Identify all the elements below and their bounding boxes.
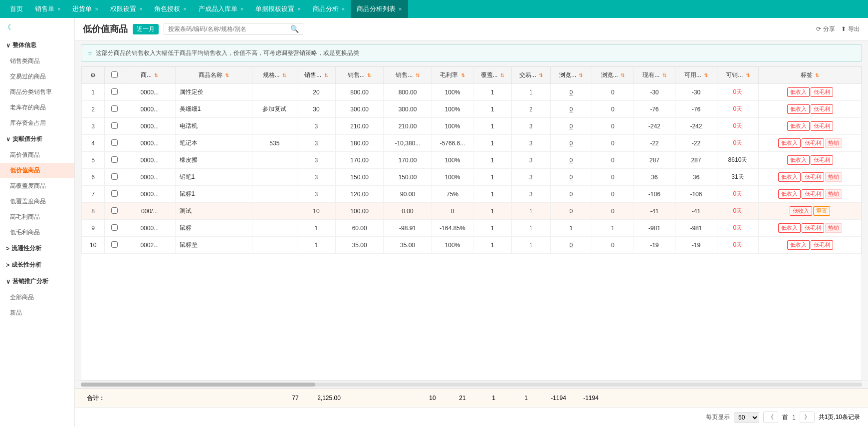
sidebar-group-overall[interactable]: ∨ 整体信息 <box>0 37 74 53</box>
row-check[interactable] <box>105 135 124 152</box>
row-checkbox-3[interactable] <box>111 139 118 146</box>
horizontal-scrollbar[interactable] <box>75 381 868 388</box>
col-header-avail[interactable]: 可用... ⇅ <box>675 67 717 84</box>
select-all-checkbox[interactable] <box>111 71 118 78</box>
col-header-settings[interactable]: ⚙ <box>82 67 105 84</box>
row-check[interactable] <box>105 169 124 186</box>
share-button[interactable]: ⟳ 分享 <box>816 25 835 33</box>
next-page-btn[interactable]: 》 <box>800 412 815 423</box>
sidebar-item-category-sales[interactable]: 商品分类销售率 <box>0 84 74 100</box>
sidebar-item-high-margin[interactable]: 高毛利商品 <box>0 209 74 225</box>
row-checkbox-0[interactable] <box>111 88 118 95</box>
nav-permission[interactable]: 权限设置 × <box>104 0 148 18</box>
row-check[interactable] <box>105 84 124 101</box>
view1-link[interactable]: 0 <box>569 157 573 164</box>
view1-link[interactable]: 0 <box>569 242 573 249</box>
row-check[interactable] <box>105 237 124 254</box>
sidebar-item-all-goods[interactable]: 全部商品 <box>0 290 74 305</box>
sidebar-item-sales-goods[interactable]: 销售类商品 <box>0 53 74 69</box>
sidebar-group-growth[interactable]: > 成长性分析 <box>0 257 74 273</box>
col-header-name[interactable]: 商品名称 ⇅ <box>175 67 252 84</box>
view1-link[interactable]: 0 <box>569 208 573 215</box>
row-check[interactable] <box>105 101 124 118</box>
col-header-view2[interactable]: 浏览... ⇅ <box>592 67 634 84</box>
view1-link[interactable]: 0 <box>569 174 573 181</box>
row-view1[interactable]: 0 <box>550 169 592 186</box>
row-checkbox-5[interactable] <box>111 173 118 180</box>
row-checkbox-4[interactable] <box>111 156 118 163</box>
row-checkbox-1[interactable] <box>111 105 118 112</box>
view1-link[interactable]: 1 <box>569 225 573 232</box>
nav-sales-close[interactable]: × <box>57 6 60 12</box>
row-check[interactable] <box>105 220 124 237</box>
sidebar-item-old-inventory[interactable]: 老库存的商品 <box>0 100 74 115</box>
sidebar-item-low-margin[interactable]: 低毛利商品 <box>0 225 74 240</box>
row-checkbox-9[interactable] <box>111 241 118 248</box>
export-button[interactable]: ⬆ 导出 <box>841 25 860 33</box>
nav-role[interactable]: 角色授权 × <box>148 0 192 18</box>
search-icon[interactable]: 🔍 <box>290 25 299 33</box>
col-header-trade[interactable]: 交易... ⇅ <box>512 67 550 84</box>
row-view1[interactable]: 0 <box>550 186 592 203</box>
row-check[interactable] <box>105 152 124 169</box>
nav-analysis-list[interactable]: 商品分析列表 × <box>351 0 408 18</box>
sidebar-item-low-coverage[interactable]: 低覆盖度商品 <box>0 194 74 209</box>
sidebar-item-high-value[interactable]: 高价值商品 <box>0 147 74 163</box>
page-size-select[interactable]: 50 100 200 <box>734 412 759 423</box>
sidebar-item-capital-ratio[interactable]: 库存资金占用 <box>0 115 74 131</box>
recent-badge[interactable]: 近一月 <box>133 24 159 34</box>
sidebar-item-low-value[interactable]: 低价值商品 <box>0 163 74 178</box>
row-view1[interactable]: 0 <box>550 118 592 135</box>
nav-home[interactable]: 首页 <box>4 0 29 18</box>
search-input[interactable] <box>168 25 290 32</box>
nav-purchase[interactable]: 进货单 × <box>66 0 104 18</box>
row-view1[interactable]: 0 <box>550 101 592 118</box>
view1-link[interactable]: 0 <box>569 140 573 147</box>
view1-link[interactable]: 0 <box>569 191 573 198</box>
row-check[interactable] <box>105 118 124 135</box>
col-header-check[interactable] <box>105 67 124 84</box>
row-check[interactable] <box>105 186 124 203</box>
sidebar-group-circulation[interactable]: > 流通性分析 <box>0 240 74 257</box>
row-view1[interactable]: 0 <box>550 203 592 220</box>
row-view1[interactable]: 0 <box>550 84 592 101</box>
col-header-tag[interactable]: 标签 ⇅ <box>759 67 862 84</box>
row-view1[interactable]: 0 <box>550 152 592 169</box>
col-header-sal3[interactable]: 销售... ⇅ <box>384 67 432 84</box>
sidebar-collapse-btn[interactable]: 《 <box>2 22 13 33</box>
nav-analysis[interactable]: 商品分析 × <box>307 0 351 18</box>
row-view1[interactable]: 0 <box>550 237 592 254</box>
col-header-code[interactable]: 商... ⇅ <box>124 67 175 84</box>
row-view1[interactable]: 0 <box>550 135 592 152</box>
sidebar-item-high-coverage[interactable]: 高覆盖度商品 <box>0 178 74 194</box>
nav-product-warehouse-close[interactable]: × <box>240 6 243 12</box>
row-checkbox-2[interactable] <box>111 122 118 129</box>
sidebar-item-traded-goods[interactable]: 交易过的商品 <box>0 69 74 84</box>
row-check[interactable] <box>105 203 124 220</box>
col-header-sal2[interactable]: 销售... ⇅ <box>335 67 383 84</box>
col-header-sal1[interactable]: 销售... ⇅ <box>297 67 335 84</box>
nav-template[interactable]: 单据模板设置 × <box>249 0 306 18</box>
view1-link[interactable]: 0 <box>569 123 573 130</box>
col-header-cur[interactable]: 现有... ⇅ <box>634 67 675 84</box>
first-page-btn[interactable]: 《 <box>763 412 778 423</box>
view1-link[interactable]: 0 <box>569 106 573 113</box>
nav-product-warehouse[interactable]: 产成品入库单 × <box>193 0 249 18</box>
nav-permission-close[interactable]: × <box>139 6 142 12</box>
col-header-cover[interactable]: 覆盖... ⇅ <box>473 67 512 84</box>
col-header-view1[interactable]: 浏览... ⇅ <box>550 67 592 84</box>
sidebar-group-contribution[interactable]: ∨ 贡献值分析 <box>0 131 74 147</box>
nav-analysis-close[interactable]: × <box>342 6 345 12</box>
col-header-sell[interactable]: 可销... ⇅ <box>717 67 759 84</box>
row-checkbox-6[interactable] <box>111 190 118 197</box>
view1-link[interactable]: 0 <box>569 89 573 96</box>
nav-role-close[interactable]: × <box>183 6 186 12</box>
row-view1[interactable]: 1 <box>550 220 592 237</box>
sidebar-group-marketing[interactable]: ∨ 营销推广分析 <box>0 273 74 290</box>
nav-template-close[interactable]: × <box>297 6 300 12</box>
row-checkbox-8[interactable] <box>111 224 118 231</box>
col-header-margin[interactable]: 毛利率 ⇅ <box>432 67 473 84</box>
nav-analysis-list-close[interactable]: × <box>399 6 402 12</box>
nav-sales[interactable]: 销售单 × <box>29 0 66 18</box>
nav-purchase-close[interactable]: × <box>95 6 98 12</box>
